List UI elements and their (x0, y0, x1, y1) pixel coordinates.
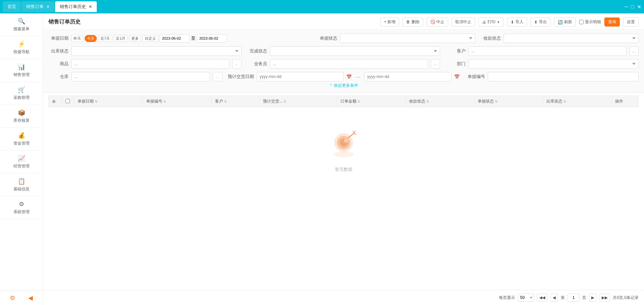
print-button[interactable]: 🖨 🖨 打印 打印 ▼ (478, 17, 504, 27)
page-suffix: 页 (582, 295, 586, 301)
new-button[interactable]: + 新增 (380, 17, 399, 27)
payment-status-select[interactable] (504, 34, 639, 43)
window-min-icon[interactable]: ─ (625, 4, 628, 10)
goods-input[interactable] (71, 59, 229, 69)
stop-button[interactable]: 🚫 中止 (427, 17, 448, 27)
delivery-from-input[interactable] (257, 72, 344, 81)
th-doc-status[interactable]: 单据状态⇅ (474, 96, 543, 107)
sidebar-collapse-icon[interactable]: ◀ (28, 294, 33, 302)
table-settings-icon[interactable]: ⚙ (52, 99, 56, 104)
delete-button[interactable]: 🗑 删除 (402, 17, 423, 27)
display-detail-checkbox[interactable] (579, 20, 584, 24)
table-settings-th[interactable]: ⚙ (49, 96, 62, 107)
sidebar-item-quicknav[interactable]: ⚡ 快捷导航 (0, 36, 43, 59)
dept-select[interactable] (468, 59, 639, 69)
date-quick-1month[interactable]: 近1月 (114, 35, 128, 42)
date-quick-more[interactable]: 更多 (129, 35, 141, 42)
date-range-group: 昨天 今天 近7天 近1月 更多 自定义 至 (71, 34, 312, 42)
filter-salesman: 业务员 ... (247, 59, 440, 69)
sidebar-item-system[interactable]: ⚙ 系统管理 (0, 196, 43, 219)
sidebar-item-sales[interactable]: 📊 销售管理 (0, 59, 43, 82)
refresh-icon: 🔄 (558, 20, 563, 25)
refresh-button[interactable]: 🔄 刷新 (554, 17, 576, 27)
sidebar-item-finance[interactable]: 💰 资金管理 (0, 128, 43, 151)
finance-icon: 💰 (18, 132, 25, 139)
customer-input[interactable] (468, 46, 627, 56)
th-customer[interactable]: 客户⇅ (211, 96, 259, 107)
customer-picker-btn[interactable]: ... (629, 46, 639, 56)
th-amount[interactable]: 订单金额⇅ (337, 96, 405, 107)
sidebar-item-inventory[interactable]: 📦 库存核算 (0, 105, 43, 128)
warehouse-label: 仓库 (48, 74, 69, 80)
window-max-icon[interactable]: □ (631, 4, 634, 10)
per-page-label: 每页显示 (499, 295, 515, 301)
svg-line-8 (353, 131, 354, 134)
select-all-checkbox[interactable] (66, 99, 70, 103)
date-from-input[interactable] (160, 34, 190, 42)
th-date[interactable]: 单据日期⇅ (74, 96, 143, 107)
settings-button[interactable]: 设置 (623, 17, 639, 27)
calendar-to-icon[interactable]: 📅 (454, 74, 460, 79)
warehouse-picker-btn[interactable]: ... (213, 72, 222, 81)
top-bar: 首页 销售订单 ✕ 销售订单历史 ✕ ─ □ ✕ (0, 0, 644, 13)
purchase-icon: 🛒 (18, 86, 25, 93)
complete-status-label: 完成状态 (247, 48, 267, 54)
date-quick-custom[interactable]: 自定义 (142, 35, 158, 42)
per-page-select[interactable]: 50 20 100 (518, 294, 534, 302)
first-page-btn[interactable]: ◀◀ (537, 294, 548, 302)
delivery-to-input[interactable] (364, 72, 452, 81)
tab-sales-order[interactable]: 销售订单 ✕ (22, 1, 54, 12)
date-quick-today[interactable]: 今天 (85, 35, 97, 42)
next-page-btn[interactable]: ▶ (589, 294, 597, 302)
calendar-from-icon[interactable]: 📅 (346, 74, 352, 79)
outbound-status-select[interactable] (71, 46, 242, 56)
salesman-picker-btn[interactable]: ... (431, 59, 440, 69)
doc-no-label: 单据编号 (465, 74, 485, 80)
prev-page-btn[interactable]: ◀ (550, 294, 558, 302)
tab-sales-order-history[interactable]: 销售订单历史 ✕ (55, 1, 97, 12)
complete-status-select[interactable] (270, 46, 440, 56)
sidebar-settings-icon[interactable]: ⚙ (10, 294, 15, 302)
page-title: 销售订单历史 (48, 18, 81, 26)
page-number-input[interactable] (567, 294, 579, 302)
page-header: 销售订单历史 + 新增 🗑 删除 🚫 中止 取消中止 🖨 🖨 打印 打印 ▼ ⬇… (43, 13, 644, 30)
empty-icon (327, 127, 360, 161)
import-button[interactable]: ⬇ 导入 (507, 17, 527, 27)
outbound-status-label: 出库状态 (48, 48, 69, 54)
cancel-stop-button[interactable]: 取消中止 (452, 17, 475, 27)
warehouse-input[interactable] (71, 72, 210, 81)
th-delivery[interactable]: 预计交货...⇅ (260, 96, 337, 107)
date-quick-yesterday[interactable]: 昨天 (71, 35, 83, 42)
tab-home[interactable]: 首页 (3, 1, 21, 12)
sidebar-item-search[interactable]: 🔍 搜索菜单 (0, 13, 43, 36)
window-close-icon[interactable]: ✕ (637, 4, 641, 10)
date-to-input[interactable] (197, 34, 227, 42)
delivery-date-label: 预计交货日期 (228, 74, 254, 80)
sidebar-item-basic-info[interactable]: 📋 基础信息 (0, 174, 43, 196)
th-outbound-status[interactable]: 出库状态⇅ (543, 96, 612, 107)
last-page-btn[interactable]: ▶▶ (599, 294, 610, 302)
filter-doc-status: 单据状态 (317, 34, 475, 43)
date-label: 单据日期 (48, 35, 69, 41)
sidebar-bottom: ⚙ ◀ (0, 291, 43, 305)
basic-info-icon: 📋 (18, 178, 25, 185)
th-doc-no[interactable]: 单据编号⇅ (143, 96, 211, 107)
tab-sales-order-close[interactable]: ✕ (46, 4, 50, 9)
empty-text: 暂无数据 (335, 166, 352, 173)
doc-no-input[interactable] (488, 72, 639, 81)
goods-picker-btn[interactable]: ... (232, 59, 242, 69)
doc-status-label: 单据状态 (317, 35, 337, 41)
filter-collapse-btn[interactable]: ⌃ 收起更多条件 (48, 81, 639, 88)
date-quick-7days[interactable]: 近7天 (98, 35, 112, 42)
salesman-input[interactable] (270, 59, 428, 69)
tab-sales-order-history-close[interactable]: ✕ (89, 4, 92, 9)
doc-status-select[interactable] (340, 34, 475, 43)
th-payment-status[interactable]: 收款状态⇅ (405, 96, 474, 107)
export-button[interactable]: ⬆ 导出 (530, 17, 551, 27)
sidebar-item-operations[interactable]: 📈 经营管理 (0, 151, 43, 174)
sidebar-item-purchase[interactable]: 🛒 采购管理 (0, 82, 43, 105)
query-button[interactable]: 查询 (604, 17, 620, 27)
display-detail-checkbox-label[interactable]: 显示明细 (579, 19, 601, 25)
filter-section: 单据日期 昨天 今天 近7天 近1月 更多 自定义 至 (43, 30, 644, 93)
table-checkbox-th[interactable] (62, 96, 74, 107)
